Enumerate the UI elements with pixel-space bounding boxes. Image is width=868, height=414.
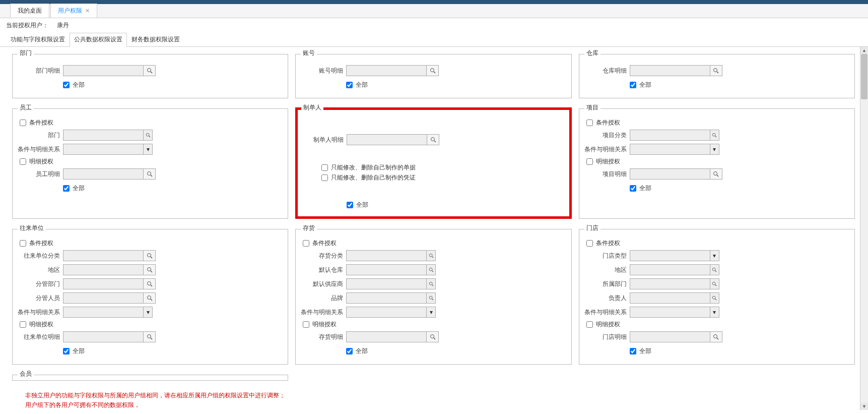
lookup-icon[interactable] [143, 251, 155, 261]
input-store-detail[interactable] [630, 332, 710, 342]
checkbox-maker-all[interactable] [347, 202, 353, 208]
checkbox-store-cond-auth[interactable] [586, 240, 593, 247]
checkbox-account-all[interactable] [346, 82, 353, 88]
input-partner-area[interactable] [63, 265, 143, 275]
input-partner-cond-rel[interactable] [63, 307, 143, 317]
checkbox-partner-cond-auth[interactable] [20, 240, 26, 247]
checkbox-inv-detail-auth[interactable] [303, 321, 309, 328]
close-icon[interactable]: ✕ [85, 8, 90, 14]
input-emp-dept[interactable] [63, 130, 143, 140]
chevron-down-icon[interactable]: ▾ [143, 144, 152, 154]
input-dept-detail[interactable] [63, 66, 143, 76]
input-store-belong[interactable] [630, 279, 710, 289]
checkbox-proj-cond-auth[interactable] [586, 120, 593, 126]
input-emp-detail[interactable] [63, 169, 143, 179]
input-store-type[interactable] [630, 251, 710, 261]
svg-point-20 [147, 282, 151, 285]
input-store-area[interactable] [630, 265, 710, 275]
label-all: 全部 [356, 201, 368, 209]
lookup-icon[interactable] [710, 66, 722, 76]
checkbox-dept-all[interactable] [63, 82, 70, 88]
lookup-icon[interactable] [143, 66, 155, 76]
tab-desktop[interactable]: 我的桌面 [10, 4, 49, 18]
svg-line-7 [149, 136, 150, 138]
picker-dept-detail [63, 65, 156, 76]
input-inv-defwh[interactable] [347, 265, 426, 275]
input-proj-cond-rel[interactable] [630, 144, 710, 154]
input-store-cond-rel[interactable] [630, 307, 710, 317]
input-inv-cat[interactable] [347, 251, 426, 261]
input-inv-detail[interactable] [347, 332, 426, 342]
chevron-down-icon[interactable]: ▾ [710, 307, 719, 317]
subtab-finance-data[interactable]: 财务数据权限设置 [127, 33, 184, 46]
scroll-up-icon[interactable]: ▲ [860, 47, 868, 54]
checkbox-only-voucher[interactable] [321, 174, 328, 181]
subtab-public-data[interactable]: 公共数据权限设置 [70, 33, 127, 47]
svg-point-36 [712, 268, 715, 271]
chevron-down-icon[interactable]: ▾ [710, 251, 719, 261]
input-partner-detail[interactable] [63, 332, 143, 342]
label-inv-detail: 存货明细 [301, 333, 346, 341]
lookup-icon[interactable] [143, 130, 152, 140]
picker-partner-detail [63, 331, 156, 342]
lookup-icon[interactable] [710, 293, 719, 303]
lookup-icon[interactable] [710, 130, 719, 140]
lookup-icon[interactable] [426, 279, 435, 289]
scroll-down-icon[interactable]: ▼ [860, 403, 868, 410]
checkbox-emp-detail-auth[interactable] [20, 158, 26, 165]
checkbox-emp-all[interactable] [63, 185, 70, 192]
checkbox-only-bill[interactable] [321, 164, 328, 171]
input-proj-detail[interactable] [630, 169, 710, 179]
checkbox-inv-all[interactable] [346, 348, 353, 354]
input-account-detail[interactable] [347, 66, 426, 76]
input-inv-cond-rel[interactable] [347, 307, 426, 317]
checkbox-inv-cond-auth[interactable] [303, 240, 309, 247]
lookup-icon[interactable] [426, 332, 438, 342]
checkbox-proj-all[interactable] [630, 185, 636, 192]
vertical-scrollbar[interactable]: ▲ ▼ [860, 47, 868, 410]
checkbox-store-detail-auth[interactable] [586, 321, 593, 328]
lookup-icon[interactable] [426, 293, 435, 303]
lookup-icon[interactable] [710, 279, 719, 289]
svg-line-31 [432, 285, 433, 286]
chevron-down-icon[interactable]: ▾ [710, 144, 719, 154]
checkbox-partner-all[interactable] [63, 348, 70, 354]
input-store-owner[interactable] [630, 293, 710, 303]
lookup-icon[interactable] [427, 135, 439, 145]
chevron-down-icon[interactable]: ▾ [426, 307, 435, 317]
input-partner-branch[interactable] [63, 279, 143, 289]
lookup-icon[interactable] [143, 293, 155, 303]
lookup-icon[interactable] [710, 265, 719, 275]
checkbox-store-all[interactable] [630, 348, 636, 354]
subtab-func[interactable]: 功能与字段权限设置 [6, 33, 70, 46]
checkbox-warehouse-all[interactable] [630, 82, 636, 88]
input-proj-cat[interactable] [630, 130, 710, 140]
tab-user-perm[interactable]: 用户权限 ✕ [50, 4, 97, 18]
input-inv-brand[interactable] [347, 293, 426, 303]
lookup-icon[interactable] [426, 265, 435, 275]
input-inv-defsup[interactable] [347, 279, 426, 289]
lookup-icon[interactable] [710, 332, 722, 342]
input-partner-person[interactable] [63, 293, 143, 303]
lookup-icon[interactable] [143, 169, 155, 179]
input-partner-cat[interactable] [63, 251, 143, 261]
input-emp-cond-rel[interactable] [63, 144, 143, 154]
svg-line-43 [717, 338, 718, 339]
chevron-down-icon[interactable]: ▾ [143, 307, 152, 317]
lookup-icon[interactable] [426, 251, 435, 261]
warn-line-2: 用户组下的各用户可拥有不同的数据权限， [25, 400, 849, 410]
input-warehouse-detail[interactable] [630, 66, 710, 76]
lookup-icon[interactable] [426, 66, 438, 76]
checkbox-partner-detail-auth[interactable] [20, 321, 26, 328]
checkbox-emp-cond-auth[interactable] [20, 120, 26, 126]
label-all: 全部 [639, 81, 651, 89]
lookup-icon[interactable] [710, 169, 722, 179]
label-inv-cat: 存货分类 [301, 252, 346, 260]
checkbox-proj-detail-auth[interactable] [586, 158, 593, 165]
lookup-icon[interactable] [143, 265, 155, 275]
lookup-icon[interactable] [143, 332, 155, 342]
input-maker-detail[interactable] [347, 135, 427, 145]
lookup-icon[interactable] [143, 279, 155, 289]
scroll-thumb[interactable] [861, 54, 867, 99]
svg-line-5 [717, 72, 718, 73]
